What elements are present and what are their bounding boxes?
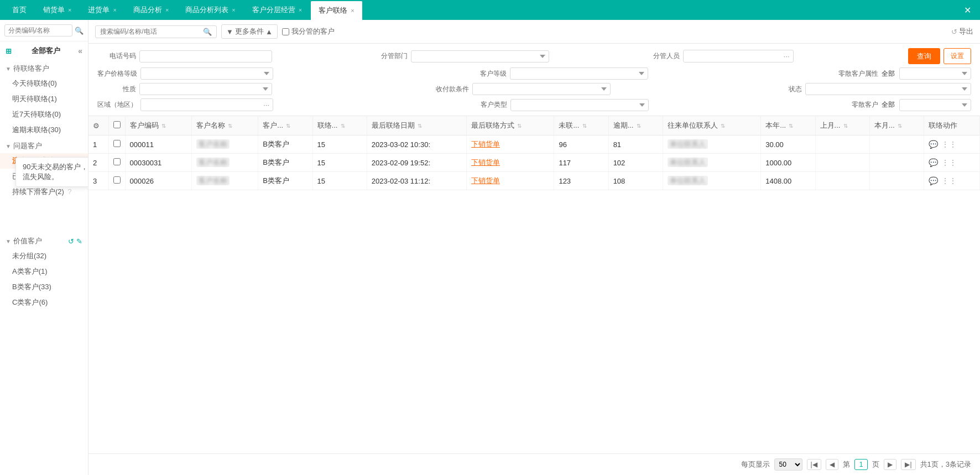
tab-close-product-analysis[interactable]: × (165, 7, 169, 13)
sort-overdue[interactable]: ⇅ (637, 123, 641, 129)
chat-icon-1[interactable]: 💬 (929, 158, 938, 167)
sidebar-collapse-icon[interactable]: « (78, 46, 82, 55)
pg-last-button[interactable]: ▶| (901, 459, 915, 470)
sidebar-search-input[interactable] (4, 24, 72, 36)
sidebar-item-class-c[interactable]: C类客户(6) (0, 295, 88, 310)
td-checkbox-2 (108, 172, 125, 190)
export-button[interactable]: ↺ 导出 (951, 27, 973, 36)
td-overdue-0: 81 (608, 135, 663, 154)
td-unit-contact-0: 单位联系人 (663, 135, 760, 154)
chat-icon-0[interactable]: 💬 (929, 140, 938, 149)
sidebar-item-class-a[interactable]: A类客户(1) (0, 264, 88, 279)
tab-product-analysis[interactable]: 商品分析 × (126, 0, 176, 20)
sidebar-item-overdue[interactable]: 逾期未联络(30) (0, 122, 88, 138)
sort-name[interactable]: ⇅ (228, 123, 232, 129)
refresh-small-icon: ↺ (951, 28, 957, 36)
dept-select[interactable] (411, 50, 549, 62)
pg-next-button[interactable]: ▶ (884, 459, 896, 470)
table-row: 1 000011 客户名称 B类客户 15 2023-03-02 10:30: … (88, 135, 980, 154)
row-checkbox-0[interactable] (113, 140, 121, 147)
window-close-button[interactable]: ✕ (960, 5, 976, 15)
row-checkbox-2[interactable] (113, 176, 121, 184)
tooltip-box: 90天未交易的客户，可能有流失风险。 (15, 157, 88, 187)
query-button[interactable]: 查询 (908, 48, 940, 64)
td-this-month-0 (869, 135, 924, 154)
sidebar-group-problem-label[interactable]: ▼ 问题客户 (0, 138, 88, 153)
sidebar-group-pending-label[interactable]: ▼ 待联络客户 (0, 60, 88, 76)
filter-region: 区域（地区） ··· (97, 98, 457, 111)
price-level-select[interactable] (140, 67, 273, 80)
sidebar-item-today[interactable]: 今天待联络(0) (0, 76, 88, 91)
settings-button[interactable]: 设置 (943, 48, 971, 64)
tab-close-customer-segment[interactable]: × (299, 7, 302, 13)
payment-label: 收付款条件 (430, 85, 469, 94)
customer-level-select[interactable] (510, 67, 648, 80)
search-icon[interactable]: 🔍 (203, 28, 212, 36)
gender-select[interactable] (139, 83, 272, 95)
tab-customer-contact[interactable]: 客户联络 × (311, 0, 362, 20)
tab-close-product-analysis-list[interactable]: × (232, 7, 235, 13)
sidebar-group-value-label[interactable]: ▼ 价值客户 ↺ ✎ (0, 233, 88, 248)
contact-method-link-1[interactable]: 下销货单 (471, 158, 500, 166)
td-type-2: B类客户 (258, 172, 312, 190)
sort-last-month[interactable]: ⇅ (843, 123, 848, 129)
sidebar-search-icon[interactable]: 🔍 (75, 27, 84, 35)
sort-method[interactable]: ⇅ (517, 123, 522, 129)
sidebar-item-ungrouped[interactable]: 未分组(32) (0, 248, 88, 264)
td-code-2: 000026 (125, 172, 191, 190)
more-icon-0[interactable]: ⋮⋮ (941, 140, 957, 149)
my-customers-checkbox[interactable]: 我分管的客户 (282, 27, 335, 36)
tab-close-sales-order[interactable]: × (68, 7, 71, 13)
sort-this-month[interactable]: ⇅ (898, 123, 902, 129)
pg-prev-button[interactable]: ◀ (826, 459, 838, 470)
zero-customer-select[interactable] (899, 99, 971, 111)
tab-close-purchase-order[interactable]: × (113, 7, 116, 13)
tab-sales-order[interactable]: 销货单 × (35, 0, 79, 20)
td-this-year-2: 1408.00 (761, 172, 815, 190)
sort-year[interactable]: ⇅ (789, 123, 793, 129)
edit-icon[interactable]: ✎ (76, 237, 82, 246)
sort-type[interactable]: ⇅ (286, 123, 290, 129)
more-conditions-button[interactable]: ▼ 更多条件 ▲ (221, 24, 278, 39)
tab-bar: 首页 销货单 × 进货单 × 商品分析 × 商品分析列表 × 客户分层经营 × … (0, 0, 980, 20)
contact-method-link-0[interactable]: 下销货单 (471, 140, 500, 148)
sort-code[interactable]: ⇅ (161, 123, 166, 129)
th-last-contact-date: 最后联络日期 ⇅ (367, 116, 466, 135)
row-checkbox-1[interactable] (113, 158, 121, 165)
td-name-0: 客户名称 (191, 135, 258, 154)
tab-close-customer-contact[interactable]: × (351, 7, 354, 14)
phone-input[interactable] (139, 50, 272, 62)
payment-select[interactable] (472, 83, 611, 95)
status-select[interactable] (805, 83, 971, 95)
refresh-icon[interactable]: ↺ (68, 237, 74, 246)
more-icon-2[interactable]: ⋮⋮ (941, 176, 957, 185)
my-customers-input[interactable] (282, 28, 289, 35)
zero-attr-select[interactable] (899, 67, 971, 80)
tab-product-analysis-list[interactable]: 商品分析列表 × (178, 0, 243, 20)
contact-method-link-2[interactable]: 下销货单 (471, 176, 500, 185)
sidebar-root[interactable]: ⊞ 全部客户 « (0, 41, 88, 60)
per-page-select[interactable]: 50 100 200 (774, 458, 802, 471)
total-label: 共1页，3条记录 (920, 460, 971, 469)
sidebar-item-class-b[interactable]: B类客户(33) (0, 279, 88, 295)
sidebar-item-7days[interactable]: 近7天待联络(0) (0, 107, 88, 122)
th-action: 联络动作 (924, 116, 980, 135)
settings-icon[interactable]: ⚙ (93, 122, 100, 130)
person-input[interactable]: ··· (683, 50, 794, 62)
tab-purchase-order[interactable]: 进货单 × (80, 0, 124, 20)
region-input[interactable]: ··· (140, 98, 273, 111)
tab-customer-segment[interactable]: 客户分层经营 × (244, 0, 310, 20)
sort-unit[interactable]: ⇅ (721, 123, 725, 129)
row-actions-0: 💬 ⋮⋮ (929, 140, 975, 149)
select-all-checkbox[interactable] (113, 121, 121, 128)
more-icon-1[interactable]: ⋮⋮ (941, 158, 957, 167)
chat-icon-2[interactable]: 💬 (929, 176, 938, 185)
search-input[interactable] (100, 28, 203, 35)
pg-first-button[interactable]: |◀ (807, 459, 821, 470)
sort-date[interactable]: ⇅ (418, 123, 422, 129)
sidebar-item-tomorrow[interactable]: 明天待联络(1) (0, 91, 88, 107)
sort-contact[interactable]: ⇅ (341, 123, 345, 129)
tab-home[interactable]: 首页 (4, 0, 34, 20)
customer-type-select[interactable] (510, 99, 649, 111)
sort-not-contacted[interactable]: ⇅ (582, 123, 587, 129)
